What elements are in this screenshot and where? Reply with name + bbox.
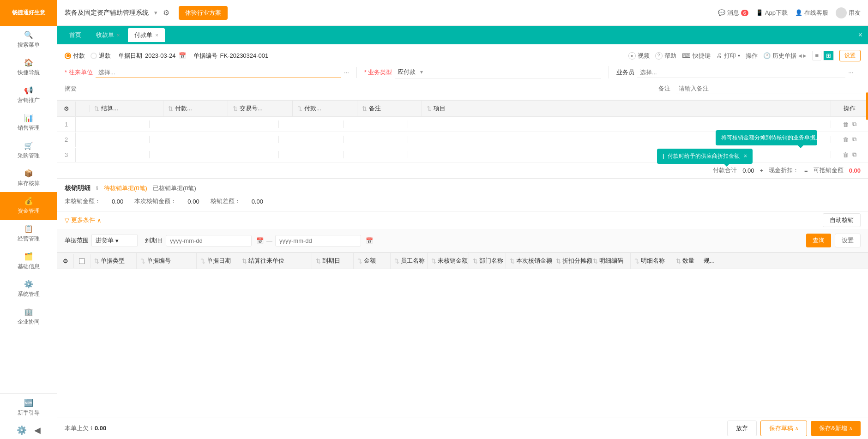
sidebar-item-sales[interactable]: 📊 销售管理 <box>0 109 57 137</box>
verify-tab-pending[interactable]: 待核销单据(0笔) <box>104 184 147 192</box>
save-new-button[interactable]: 保存&新增 ∧ <box>811 421 861 436</box>
td-settlement-2[interactable] <box>76 136 150 143</box>
tab-receipts[interactable]: 收款单 × <box>90 28 126 42</box>
th-gear[interactable]: ⚙ <box>57 102 76 116</box>
biz-type-field: 业务类型 应付款 ▾ <box>357 66 609 78</box>
save-draft-button[interactable]: 保存草稿 ∧ <box>760 421 807 436</box>
staff-input[interactable] <box>637 67 845 78</box>
radio-refund[interactable]: 退款 <box>90 52 111 60</box>
tab-home[interactable]: 首页 <box>63 28 88 42</box>
set-button[interactable]: 设置 <box>839 50 861 61</box>
topbar-settings-icon[interactable]: ⚙ <box>163 8 169 17</box>
td-payment-account-2[interactable] <box>150 136 214 143</box>
party-dots[interactable]: ··· <box>344 69 349 76</box>
sidebar-item-nav[interactable]: 🏠 快捷导航 <box>0 54 57 81</box>
auto-verify-button[interactable]: 自动核销 <box>823 213 861 227</box>
this-label: 本次核销金额： <box>134 197 176 205</box>
topbar-service[interactable]: 👤 在线客服 <box>795 9 828 17</box>
enterprise-icon: 🏢 <box>24 307 33 316</box>
query-button[interactable]: 查询 <box>806 234 831 247</box>
party-field: 往来单位 ··· <box>65 67 357 78</box>
sidebar-item-guide[interactable]: 🆕 新手引导 <box>0 394 57 421</box>
sidebar-settings-icon[interactable]: ⚙️ <box>17 425 27 435</box>
date-from-input[interactable] <box>166 235 252 247</box>
action-shortcut[interactable]: ⌨ 快捷键 <box>682 52 711 60</box>
action-history[interactable]: 🕐 历史单据 ◀ ▶ <box>763 52 807 60</box>
th-settlement[interactable]: ⇅ 结算... <box>90 101 163 116</box>
tabbar-close-all[interactable]: × <box>858 31 862 39</box>
calendar-icon-from[interactable]: 📅 <box>256 237 264 244</box>
note-input[interactable] <box>676 83 861 94</box>
biz-type-select[interactable]: 应付款 ▾ <box>395 66 601 78</box>
topbar-dropdown-icon[interactable]: ▾ <box>154 9 157 16</box>
copy-icon-2[interactable]: ⧉ <box>852 136 856 143</box>
td-notes-2[interactable] <box>344 136 408 143</box>
sidebar-item-basic[interactable]: 🗂️ 基础信息 <box>0 247 57 275</box>
td-settlement-3[interactable] <box>76 151 150 158</box>
radio-pay[interactable]: 付款 <box>65 52 85 60</box>
td-tx-num-3[interactable] <box>214 151 279 158</box>
td-payment-amount-3[interactable] <box>279 151 344 158</box>
td-payment-amount-1[interactable] <box>279 120 344 128</box>
staff-dots[interactable]: ··· <box>848 69 853 76</box>
th-tx-num[interactable]: ⇅ 交易号... <box>228 101 293 116</box>
tooltip2-close[interactable]: × <box>744 153 747 159</box>
abandon-button[interactable]: 放弃 <box>727 421 757 436</box>
list-view-icon[interactable]: ≡ <box>812 51 821 60</box>
td-project-1[interactable] <box>408 120 831 128</box>
check-all[interactable] <box>79 258 85 264</box>
th-payment-amount[interactable]: ⇅ 付款... <box>293 101 357 116</box>
verify-tab-done[interactable]: 已核销单据(0笔) <box>153 184 196 192</box>
copy-icon-3[interactable]: ⧉ <box>852 151 856 158</box>
grid-view-icon[interactable]: ⊞ <box>823 51 834 60</box>
sidebar-item-system[interactable]: ⚙️ 系统管理 <box>0 275 57 303</box>
td-notes-3[interactable] <box>344 151 408 158</box>
dth-gear[interactable]: ⚙ <box>57 254 74 268</box>
sidebar-item-operations[interactable]: 📋 经营管理 <box>0 220 57 247</box>
action-help[interactable]: ? 帮助 <box>655 52 676 60</box>
calendar-icon[interactable]: 📅 <box>179 52 186 59</box>
delete-icon-3[interactable]: 🗑 <box>843 151 849 158</box>
trial-button[interactable]: 体验行业方案 <box>179 6 228 20</box>
td-payment-account-3[interactable] <box>150 151 214 158</box>
delete-icon-1[interactable]: 🗑 <box>843 121 849 128</box>
date-to-input[interactable] <box>275 235 361 247</box>
sidebar-item-finance[interactable]: 💰 资金管理 <box>0 192 57 220</box>
td-tx-num-2[interactable] <box>214 136 279 143</box>
td-settlement-1[interactable] <box>76 120 150 128</box>
tab-payments-close[interactable]: × <box>155 32 158 38</box>
action-print[interactable]: 🖨 打印 ▾ <box>716 52 740 60</box>
copy-icon-1[interactable]: ⧉ <box>852 120 856 128</box>
td-notes-1[interactable] <box>344 120 408 128</box>
calendar-icon-to[interactable]: 📅 <box>366 237 373 244</box>
td-payment-amount-2[interactable] <box>279 136 344 143</box>
action-video[interactable]: ● 视频 <box>628 52 650 60</box>
topbar-user[interactable]: 用友 <box>836 7 861 18</box>
range-select[interactable]: 进货单 ▾ <box>91 234 138 247</box>
tab-payments[interactable]: 付款单 × <box>128 28 164 42</box>
sidebar-item-search[interactable]: 🔍 搜索菜单 <box>0 26 57 54</box>
td-project-3[interactable] <box>408 151 831 158</box>
action-operate[interactable]: 操作 <box>746 52 758 60</box>
delete-icon-2[interactable]: 🗑 <box>843 136 849 143</box>
topbar-message[interactable]: 💬 消息 6 <box>718 9 748 17</box>
verify-title-help[interactable]: ℹ <box>96 185 98 192</box>
sidebar-item-marketing[interactable]: 📢 营销推广 <box>0 81 57 109</box>
sidebar-item-inventory[interactable]: 📦 库存核算 <box>0 164 57 192</box>
sidebar-item-purchase[interactable]: 🛒 采购管理 <box>0 137 57 164</box>
td-tx-num-1[interactable] <box>214 120 279 128</box>
tab-receipts-close[interactable]: × <box>117 32 120 38</box>
stat-help[interactable]: ℹ <box>90 425 93 432</box>
tooltip1-close[interactable]: × <box>825 134 828 141</box>
sidebar-item-enterprise[interactable]: 🏢 企业协同 <box>0 303 57 331</box>
dth-check[interactable] <box>74 254 90 268</box>
th-notes[interactable]: ⇅ 备注 <box>357 101 422 116</box>
party-input[interactable] <box>96 67 341 78</box>
th-payment-account[interactable]: ⇅ 付款... <box>163 101 228 116</box>
sidebar-collapse-icon[interactable]: ◀ <box>34 425 41 435</box>
topbar-app[interactable]: 📱 App下载 <box>756 9 788 17</box>
th-project[interactable]: ⇅ 项目 <box>422 101 831 116</box>
td-payment-account-1[interactable] <box>150 120 214 128</box>
filter-setting-button[interactable]: 设置 <box>835 234 861 247</box>
more-filter-link[interactable]: ▽ 更多条件 ∧ <box>65 216 102 224</box>
